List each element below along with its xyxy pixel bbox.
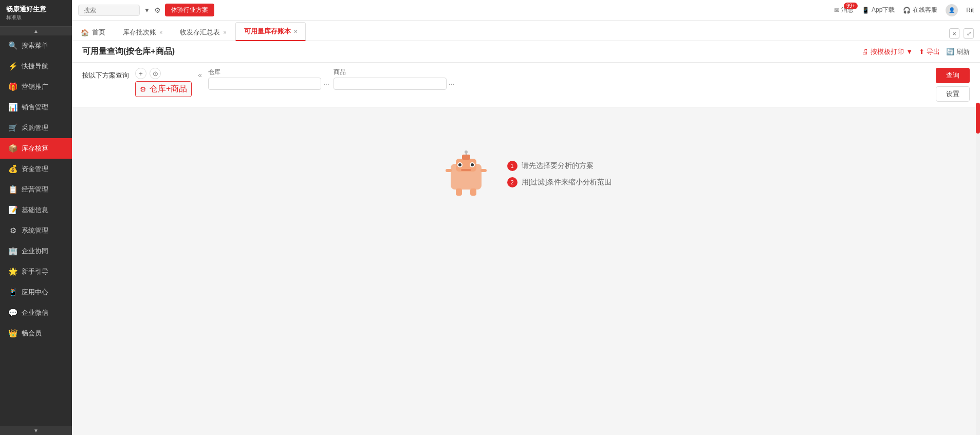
sidebar-item-operations[interactable]: 📋 经营管理 xyxy=(0,179,72,200)
sidebar-item-label-search: 搜索菜单 xyxy=(22,41,48,50)
sidebar-item-label-newbie: 新手引导 xyxy=(22,267,48,276)
scrollbar-thumb[interactable] xyxy=(976,103,980,134)
page-title: 可用量查询(按仓库+商品) xyxy=(82,46,175,57)
app-download-label: App下载 xyxy=(872,6,895,14)
tab-close-all-btn[interactable]: × xyxy=(949,28,959,39)
sidebar-scroll-down[interactable]: ▼ xyxy=(0,426,72,435)
warehouse-input[interactable] xyxy=(208,78,321,90)
top-bar: ▼ ⚙ 体验行业方案 ✉ 消息 99+ 📱 App下载 🎧 在线客服 👤 Rit xyxy=(72,0,980,21)
print-icon: 🖨 xyxy=(862,48,868,55)
empty-hint-2: 2 用[过滤]条件来缩小分析范围 xyxy=(507,177,612,187)
scheme-item-icon: ⚙ xyxy=(140,85,146,93)
sidebar-item-quicknav[interactable]: ⚡ 快捷导航 xyxy=(0,56,72,77)
sidebar-item-system[interactable]: ⚙ 系统管理 xyxy=(0,220,72,241)
search-icon: 🔍 xyxy=(8,41,17,50)
user-avatar[interactable]: 👤 xyxy=(946,4,958,16)
product-more-btn[interactable]: ··· xyxy=(449,80,455,88)
tab-batch-account[interactable]: 库存批次账 × xyxy=(114,23,171,41)
empty-hint-1: 1 请先选择要分析的方案 xyxy=(507,161,612,171)
gear-icon[interactable]: ⚙ xyxy=(154,6,161,14)
system-icon: ⚙ xyxy=(8,226,17,235)
online-service-btn[interactable]: 🎧 在线客服 xyxy=(903,6,937,14)
dropdown-icon[interactable]: ▼ xyxy=(144,7,150,14)
filter-scheme-item[interactable]: ⚙ 仓库+商品 xyxy=(135,81,192,97)
warehouse-field-label: 仓库 xyxy=(208,68,329,77)
basics-icon: 📝 xyxy=(8,205,17,215)
hint-num-2: 2 xyxy=(507,177,517,187)
newbie-icon: 🌟 xyxy=(8,267,17,276)
sidebar: 畅康通好生意 标准版 ▲ 🔍 搜索菜单 ⚡ 快捷导航 🎁 营销推广 📊 销售管理… xyxy=(0,0,72,435)
sidebar-item-marketing[interactable]: 🎁 营销推广 xyxy=(0,77,72,97)
svg-rect-9 xyxy=(456,188,462,196)
top-search-input[interactable] xyxy=(78,5,140,16)
filter-label: 按以下方案查询 xyxy=(82,68,129,80)
app-download-btn[interactable]: 📱 App下载 xyxy=(862,6,895,14)
inventory-icon: 📦 xyxy=(8,144,17,153)
refresh-btn[interactable]: 🔄 刷新 xyxy=(946,47,970,56)
sidebar-item-purchase[interactable]: 🛒 采购管理 xyxy=(0,118,72,138)
main-area: ▼ ⚙ 体验行业方案 ✉ 消息 99+ 📱 App下载 🎧 在线客服 👤 Rit… xyxy=(72,0,980,435)
print-btn[interactable]: 🖨 按模板打印 ▼ xyxy=(862,47,913,56)
tab-available-ledger-label: 可用量库存账本 xyxy=(244,27,291,36)
sidebar-item-apps[interactable]: 📱 应用中心 xyxy=(0,282,72,302)
tabs-bar: 🏠 首页 库存批次账 × 收发存汇总表 × 可用量库存账本 × × ⤢ xyxy=(72,21,980,41)
page-actions: 🖨 按模板打印 ▼ ⬆ 导出 🔄 刷新 xyxy=(862,47,970,56)
sidebar-item-label-purchase: 采购管理 xyxy=(22,123,48,133)
tab-home[interactable]: 🏠 首页 xyxy=(72,23,114,41)
sidebar-item-basics[interactable]: 📝 基础信息 xyxy=(0,200,72,220)
warehouse-more-btn[interactable]: ··· xyxy=(323,80,329,88)
print-dropdown-icon: ▼ xyxy=(906,48,913,55)
sidebar-item-label-wechat: 企业微信 xyxy=(22,308,48,317)
hint-num-1: 1 xyxy=(507,161,517,171)
export-btn[interactable]: ⬆ 导出 xyxy=(919,47,940,56)
sidebar-item-label-enterprise: 企业协同 xyxy=(22,247,48,256)
sidebar-item-search[interactable]: 🔍 搜索菜单 xyxy=(0,35,72,56)
sidebar-scroll-up[interactable]: ▲ xyxy=(0,27,72,35)
add-scheme-btn[interactable]: + xyxy=(135,68,146,79)
product-field-input-wrap: ··· xyxy=(334,78,455,90)
product-input[interactable] xyxy=(334,78,447,90)
finance-icon: 💰 xyxy=(8,164,17,174)
tab-available-ledger[interactable]: 可用量库存账本 × xyxy=(235,22,306,41)
sidebar-item-newbie[interactable]: 🌟 新手引导 xyxy=(0,261,72,282)
message-btn[interactable]: ✉ 消息 99+ xyxy=(834,6,854,14)
filter-scheme-header: + ⊙ xyxy=(135,68,192,79)
scheme-settings-btn[interactable]: ⊙ xyxy=(150,68,161,79)
app-logo[interactable]: 畅康通好生意 标准版 xyxy=(0,0,72,27)
query-btn[interactable]: 查询 xyxy=(936,68,970,83)
industry-btn[interactable]: 体验行业方案 xyxy=(165,4,214,16)
hint-text-1: 请先选择要分析的方案 xyxy=(522,161,594,171)
settings-btn[interactable]: 设置 xyxy=(936,86,970,102)
sidebar-item-finance[interactable]: 💰 资金管理 xyxy=(0,159,72,179)
tab-batch-account-close[interactable]: × xyxy=(159,30,162,35)
sidebar-item-wechat[interactable]: 💬 企业微信 xyxy=(0,302,72,323)
svg-rect-6 xyxy=(461,169,471,171)
online-service-label: 在线客服 xyxy=(913,6,937,14)
page-content: 可用量查询(按仓库+商品) 🖨 按模板打印 ▼ ⬆ 导出 🔄 刷新 按以下方 xyxy=(72,41,980,435)
username-label[interactable]: Rit xyxy=(966,7,974,14)
scheme-item-label: 仓库+商品 xyxy=(150,84,187,94)
tab-available-ledger-close[interactable]: × xyxy=(294,29,297,34)
tabs-bar-right: × ⤢ xyxy=(949,28,980,41)
sidebar-item-inventory[interactable]: 📦 库存核算 xyxy=(0,138,72,159)
right-scrollbar[interactable] xyxy=(976,103,980,435)
marketing-icon: 🎁 xyxy=(8,82,17,91)
sales-icon: 📊 xyxy=(8,103,17,112)
wechat-icon: 💬 xyxy=(8,308,17,317)
tab-collect-summary[interactable]: 收发存汇总表 × xyxy=(171,23,235,41)
enterprise-icon: 🏢 xyxy=(8,247,17,256)
purchase-icon: 🛒 xyxy=(8,123,17,133)
filter-field-product: 商品 ··· xyxy=(334,68,455,90)
svg-rect-7 xyxy=(446,169,452,172)
filter-collapse-btn[interactable]: « xyxy=(198,68,202,79)
sidebar-item-enterprise[interactable]: 🏢 企业协同 xyxy=(0,241,72,261)
filter-field-warehouse: 仓库 ··· xyxy=(208,68,329,90)
sidebar-item-label-inventory: 库存核算 xyxy=(22,144,48,153)
tab-collect-summary-close[interactable]: × xyxy=(223,30,226,35)
tab-expand-btn[interactable]: ⤢ xyxy=(964,28,974,39)
svg-rect-8 xyxy=(480,169,487,172)
sidebar-item-label-sales: 销售管理 xyxy=(22,103,48,112)
sidebar-item-member[interactable]: 👑 畅会员 xyxy=(0,323,72,344)
empty-state: 1 请先选择要分析的方案 2 用[过滤]条件来缩小分析范围 xyxy=(72,107,980,241)
sidebar-item-sales[interactable]: 📊 销售管理 xyxy=(0,97,72,118)
